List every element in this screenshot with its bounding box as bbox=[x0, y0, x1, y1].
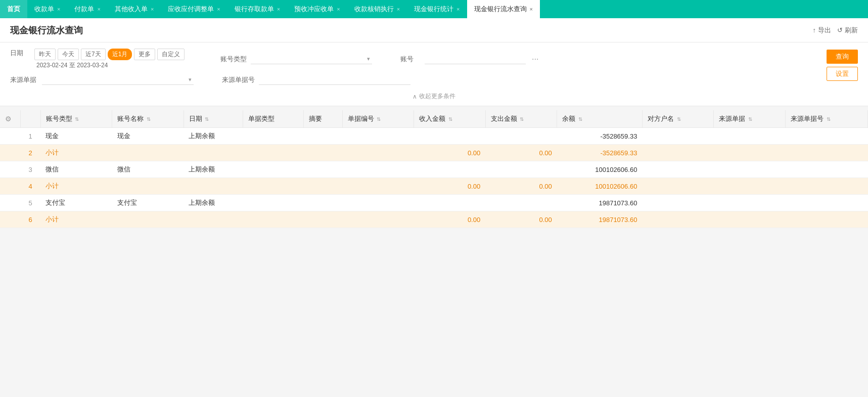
export-icon: ↑ bbox=[813, 26, 816, 34]
nav-item-advance-offset[interactable]: 预收冲应收单 × bbox=[287, 0, 347, 18]
date-btn-yesterday[interactable]: 昨天 bbox=[34, 49, 56, 60]
nav-item-cash-bank-stat[interactable]: 现金银行统计 × bbox=[407, 0, 467, 18]
date-btn-custom[interactable]: 自定义 bbox=[157, 49, 185, 60]
cell-account-type: 现金 bbox=[40, 128, 112, 145]
cell-source-doc bbox=[714, 161, 786, 178]
export-label: 导出 bbox=[818, 26, 831, 35]
date-btn-last1month[interactable]: 近1月 bbox=[108, 49, 132, 60]
nav-item-other-income[interactable]: 其他收入单 × bbox=[108, 0, 161, 18]
col-header-rownum bbox=[20, 110, 40, 128]
cell-rownum: 2 bbox=[20, 145, 40, 161]
nav-label-ar-adjust: 应收应付调整单 bbox=[168, 0, 214, 18]
nav-item-receipt[interactable]: 收款单 × bbox=[27, 0, 67, 18]
nav-item-collection-exec[interactable]: 收款核销执行 × bbox=[347, 0, 407, 18]
account-label: 账号 bbox=[400, 55, 421, 64]
table-row[interactable]: 2小计0.000.00-3528659.33 bbox=[0, 145, 868, 161]
cell-doc-type bbox=[243, 195, 303, 211]
cell-doc-type bbox=[243, 211, 303, 228]
cell-expense bbox=[485, 195, 557, 211]
export-button[interactable]: ↑ 导出 bbox=[813, 26, 832, 35]
nav-close-cash-bank-stat[interactable]: × bbox=[456, 0, 460, 18]
sort-icon-income: ⇅ bbox=[448, 116, 452, 122]
cell-rownum: 3 bbox=[20, 161, 40, 178]
table-body: 1现金现金上期余额-3528659.332小计0.000.00-3528659.… bbox=[0, 128, 868, 228]
source-doc-num-input[interactable] bbox=[259, 75, 410, 85]
cell-source-doc bbox=[714, 145, 786, 161]
table-row[interactable]: 6小计0.000.0019871073.60 bbox=[0, 211, 868, 228]
cell-income: 0.00 bbox=[414, 178, 486, 195]
col-header-doc-no[interactable]: 单据编号 ⇅ bbox=[342, 110, 414, 128]
col-header-income[interactable]: 收入金额 ⇅ bbox=[414, 110, 486, 128]
date-btn-today[interactable]: 今天 bbox=[58, 49, 79, 60]
nav-close-collection-exec[interactable]: × bbox=[397, 0, 400, 18]
col-header-expense[interactable]: 支出金额 ⇅ bbox=[485, 110, 557, 128]
collapse-icon: ∧ bbox=[413, 93, 417, 100]
query-button[interactable]: 查询 bbox=[827, 50, 858, 64]
settings-button[interactable]: 设置 bbox=[827, 67, 858, 81]
col-header-account-type[interactable]: 账号类型 ⇅ bbox=[40, 110, 112, 128]
cell-date: 上期余额 bbox=[184, 195, 243, 211]
cell-balance: -3528659.33 bbox=[557, 145, 643, 161]
cell-doc-no bbox=[342, 178, 414, 195]
nav-close-other-income[interactable]: × bbox=[151, 0, 154, 18]
cell-rownum: 4 bbox=[20, 178, 40, 195]
cell-source-doc bbox=[714, 211, 786, 228]
nav-close-payment[interactable]: × bbox=[97, 0, 100, 18]
cell-summary bbox=[303, 178, 342, 195]
filter-actions: 查询 设置 bbox=[818, 49, 858, 81]
refresh-button[interactable]: ↺ 刷新 bbox=[837, 26, 858, 35]
cell-account-type: 微信 bbox=[40, 161, 112, 178]
nav-close-advance-offset[interactable]: × bbox=[337, 0, 340, 18]
nav-item-cash-bank-flow[interactable]: 现金银行流水查询 × bbox=[467, 0, 540, 18]
col-header-source-doc-no[interactable]: 来源单据号 ⇅ bbox=[786, 110, 868, 128]
source-doc-select[interactable] bbox=[44, 76, 189, 83]
account-dots-icon[interactable]: ··· bbox=[530, 54, 540, 65]
col-header-settings[interactable]: ⚙ bbox=[0, 110, 20, 128]
cell-doc-no bbox=[342, 195, 414, 211]
nav-item-bank-deposit[interactable]: 银行存取款单 × bbox=[227, 0, 287, 18]
account-type-select[interactable] bbox=[253, 55, 367, 63]
collapse-bar[interactable]: ∧ 收起更多条件 bbox=[10, 90, 858, 103]
table-gear-icon[interactable]: ⚙ bbox=[5, 115, 12, 123]
cell-balance: 19871073.60 bbox=[557, 195, 643, 211]
nav-close-bank-deposit[interactable]: × bbox=[277, 0, 280, 18]
cell-account-type: 小计 bbox=[40, 145, 112, 161]
cell-balance: 100102606.60 bbox=[557, 161, 643, 178]
refresh-icon: ↺ bbox=[837, 26, 843, 34]
nav-label-home: 首页 bbox=[7, 0, 20, 18]
filter-area: 日期 昨天 今天 近7天 近1月 更多 自定义 2023-02-24 至 202… bbox=[0, 42, 868, 106]
cell-date bbox=[184, 178, 243, 195]
page-header: 现金银行流水查询 ↑ 导出 ↺ 刷新 bbox=[0, 18, 868, 42]
cell-counterparty bbox=[642, 128, 714, 145]
page-title: 现金银行流水查询 bbox=[10, 24, 83, 36]
nav-close-cash-bank-flow[interactable]: × bbox=[530, 0, 533, 18]
table-row[interactable]: 5支付宝支付宝上期余额19871073.60 bbox=[0, 195, 868, 211]
nav-close-ar-adjust[interactable]: × bbox=[217, 0, 220, 18]
cell-counterparty bbox=[642, 161, 714, 178]
col-header-balance[interactable]: 余额 ⇅ bbox=[557, 110, 643, 128]
nav-item-ar-adjust[interactable]: 应收应付调整单 × bbox=[161, 0, 227, 18]
account-input[interactable] bbox=[425, 54, 526, 64]
col-header-account-name[interactable]: 账号名称 ⇅ bbox=[112, 110, 184, 128]
cell-settings bbox=[0, 128, 20, 145]
nav-label-bank-deposit: 银行存取款单 bbox=[235, 0, 274, 18]
nav-item-home[interactable]: 首页 bbox=[0, 0, 27, 18]
sort-icon-account-type: ⇅ bbox=[75, 116, 79, 122]
col-header-source-doc[interactable]: 来源单据 ⇅ bbox=[714, 110, 786, 128]
cell-source-doc-no bbox=[786, 145, 868, 161]
cell-account-type: 支付宝 bbox=[40, 195, 112, 211]
date-btn-more[interactable]: 更多 bbox=[134, 49, 155, 60]
col-header-counterparty[interactable]: 对方户名 ⇅ bbox=[642, 110, 714, 128]
cell-doc-no bbox=[342, 211, 414, 228]
nav-item-payment[interactable]: 付款单 × bbox=[67, 0, 107, 18]
col-header-date[interactable]: 日期 ⇅ bbox=[184, 110, 243, 128]
nav-label-collection-exec: 收款核销执行 bbox=[354, 0, 394, 18]
sort-icon-counterparty: ⇅ bbox=[677, 116, 681, 122]
nav-close-receipt[interactable]: × bbox=[57, 0, 60, 18]
sort-icon-expense: ⇅ bbox=[520, 116, 524, 122]
date-btn-last7days[interactable]: 近7天 bbox=[81, 49, 106, 60]
table-row[interactable]: 3微信微信上期余额100102606.60 bbox=[0, 161, 868, 178]
table-row[interactable]: 4小计0.000.00100102606.60 bbox=[0, 178, 868, 195]
table-row[interactable]: 1现金现金上期余额-3528659.33 bbox=[0, 128, 868, 145]
cell-rownum: 5 bbox=[20, 195, 40, 211]
